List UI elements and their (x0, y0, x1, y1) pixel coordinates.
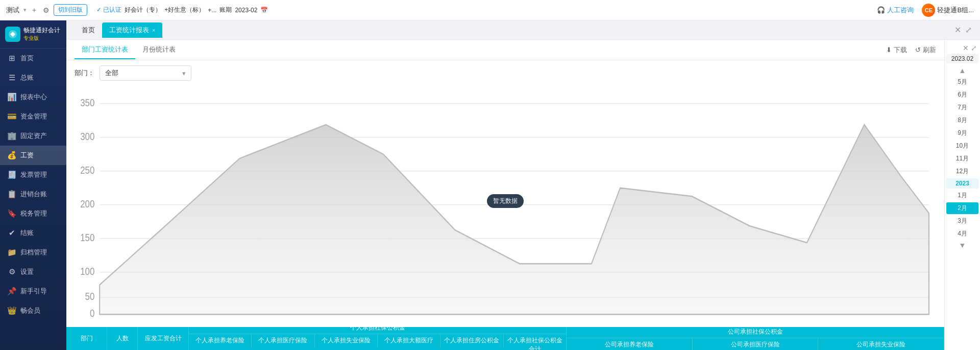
header-icons: ＋ ⚙ (31, 6, 50, 15)
sidebar-item-salary[interactable]: 💰 工资 (0, 146, 66, 165)
sidebar-label-settlement: 结账 (20, 228, 34, 238)
sidebar-label-guide: 新手引导 (20, 287, 47, 296)
col-unemployment: 个人承担失业保险 (315, 334, 378, 347)
ledger-icon: ☰ (7, 73, 16, 82)
sidebar-item-home[interactable]: ⊞ 首页 (0, 49, 66, 68)
tab-close-icon[interactable]: × (152, 27, 155, 33)
sidebar-item-archive[interactable]: 📁 归档管理 (0, 243, 66, 262)
sidebar-item-sales[interactable]: 📋 进销台账 (0, 184, 66, 204)
month-10[interactable]: 10月 (946, 140, 978, 152)
tab-panel-expand-icon[interactable]: ⤢ (965, 25, 972, 35)
sidebar-label-ledger: 总账 (20, 73, 34, 82)
user-name: 轻捷通B组... (937, 6, 974, 15)
tab-panel-close-icon[interactable]: ✕ (954, 25, 961, 35)
sidebar-item-tax[interactable]: 🔖 税务管理 (0, 204, 66, 223)
sales-icon: 📋 (7, 190, 16, 199)
group-subs-company: 公司承担养老保险 公司承担医疗保险 公司承担失业保险 (567, 338, 944, 350)
month-4[interactable]: 4月 (946, 228, 978, 240)
download-button[interactable]: ⬇ 下载 (886, 45, 907, 55)
sub-tab-dept[interactable]: 部门工资统计表 (75, 41, 135, 59)
department-select-value: 全部 (105, 68, 118, 78)
sidebar-item-assets[interactable]: 🏢 固定资产 (0, 126, 66, 146)
page-with-sidebar: 部门工资统计表 月份统计表 ⬇ 下载 ↺ 刷新 (66, 40, 980, 350)
table-header: 部门 人数 应发工资合计 个人承担社保公积金 个人承担养老保险 个人承担医疗保险 (66, 327, 944, 350)
switch-old-button[interactable]: 切到旧版 (54, 4, 87, 16)
col-company-pension: 公司承担养老保险 (567, 338, 693, 350)
month-1[interactable]: 1月 (946, 190, 978, 201)
tab-home[interactable]: 首页 (75, 22, 102, 38)
sidebar-label-sales: 进销台账 (20, 190, 47, 199)
col-medical: 个人承担医疗保险 (252, 334, 314, 347)
sidebar: 畅捷通好会计 专业版 ⊞ 首页 ☰ 总账 📊 报表中心 💳 资金管理 🏢 固定资… (0, 20, 66, 350)
sidebar-close-icon[interactable]: ✕ (963, 44, 969, 52)
certified-tag: ✓ 已认证 (96, 6, 121, 14)
col-group-individual: 个人承担社保公积金 个人承担养老保险 个人承担医疗保险 个人承担失业保险 个人承… (189, 327, 567, 350)
sidebar-item-ledger[interactable]: ☰ 总账 (0, 68, 66, 87)
group-header-individual: 个人承担社保公积金 (189, 327, 567, 334)
sidebar-item-settings[interactable]: ⚙ 设置 (0, 262, 66, 282)
sidebar-expand-icon[interactable]: ⤢ (971, 44, 977, 52)
test-dropdown-icon[interactable]: ▾ (23, 7, 27, 13)
department-select[interactable]: 全部 ▾ (100, 65, 191, 81)
sidebar-nav-up[interactable]: ▲ (959, 66, 966, 75)
sidebar-nav-down[interactable]: ▼ (959, 241, 966, 249)
main-layout: 畅捷通好会计 专业版 ⊞ 首页 ☰ 总账 📊 报表中心 💳 资金管理 🏢 固定资… (0, 20, 980, 350)
tag-good2: +好生意（标） (164, 6, 205, 14)
home-icon: ⊞ (7, 54, 16, 63)
salary-report-tab-label: 工资统计报表 (109, 26, 149, 35)
month-5[interactable]: 5月 (946, 76, 978, 88)
month-11[interactable]: 11月 (946, 153, 978, 165)
period-value: 2023-02 (235, 7, 257, 14)
tag-good: 好会计（专） (125, 6, 161, 14)
month-9[interactable]: 9月 (946, 127, 978, 139)
dept-tab-label: 部门工资统计表 (82, 45, 128, 53)
sidebar-label-salary: 工资 (20, 151, 34, 160)
invoice-icon: 🧾 (7, 170, 16, 179)
member-icon: 👑 (7, 306, 16, 315)
sidebar-item-settlement[interactable]: ✔ 结账 (0, 223, 66, 243)
logo-icon (5, 27, 20, 42)
chart-tooltip: 暂无数据 (487, 194, 524, 208)
download-icon: ⬇ (886, 46, 892, 54)
refresh-button[interactable]: ↺ 刷新 (915, 45, 936, 55)
filter-row: 部门： 全部 ▾ (66, 60, 944, 86)
avatar: CE (922, 4, 935, 17)
svg-text:150: 150 (80, 231, 94, 243)
user-button[interactable]: CE 轻捷通B组... (922, 4, 974, 17)
guide-icon: 📌 (7, 287, 16, 296)
tab-salary-report[interactable]: 工资统计报表 × (102, 22, 162, 38)
col-pension: 个人承担养老保险 (189, 334, 252, 347)
filter-label: 部门： (75, 68, 94, 78)
salary-icon: 💰 (7, 151, 16, 160)
headset-icon: 🎧 (877, 6, 885, 14)
calendar-icon[interactable]: 📅 (260, 7, 268, 14)
logo-badge: 专业版 (23, 35, 60, 42)
sidebar-item-member[interactable]: 👑 畅会员 (0, 301, 66, 320)
sub-tab-actions: ⬇ 下载 ↺ 刷新 (886, 45, 936, 55)
month-12[interactable]: 12月 (946, 166, 978, 177)
sidebar-label-tax: 税务管理 (20, 209, 47, 218)
sub-tab-month[interactable]: 月份统计表 (135, 41, 183, 59)
sidebar-label-archive: 归档管理 (20, 248, 47, 257)
month-8[interactable]: 8月 (946, 114, 978, 126)
sidebar-item-guide[interactable]: 📌 新手引导 (0, 282, 66, 301)
year-2023[interactable]: 2023 (946, 178, 978, 189)
month-3[interactable]: 3月 (946, 215, 978, 227)
col-total-salary: 应发工资合计 (138, 327, 189, 350)
header-left: 测试 ▾ ＋ ⚙ 切到旧版 ✓ 已认证 好会计（专） +好生意（标） +... … (6, 4, 877, 16)
header-right: 🎧 人工咨询 CE 轻捷通B组... (877, 4, 974, 17)
sidebar-item-funds[interactable]: 💳 资金管理 (0, 107, 66, 126)
month-7[interactable]: 7月 (946, 102, 978, 113)
service-button[interactable]: 🎧 人工咨询 (877, 6, 914, 15)
month-2[interactable]: 2月 (946, 202, 978, 214)
sidebar-label-settings: 设置 (20, 267, 34, 276)
sidebar-label-assets: 固定资产 (20, 131, 47, 141)
col-insurance-total: 个人承担社保公积金合计 (504, 334, 567, 351)
add-icon[interactable]: ＋ (31, 6, 38, 15)
month-6[interactable]: 6月 (946, 89, 978, 101)
test-name: 测试 (6, 6, 19, 15)
chart-svg: 350 300 250 200 150 100 50 0 (75, 91, 936, 327)
sidebar-item-reports[interactable]: 📊 报表中心 (0, 87, 66, 107)
sidebar-item-invoice[interactable]: 🧾 发票管理 (0, 165, 66, 184)
settings-icon[interactable]: ⚙ (43, 6, 50, 14)
